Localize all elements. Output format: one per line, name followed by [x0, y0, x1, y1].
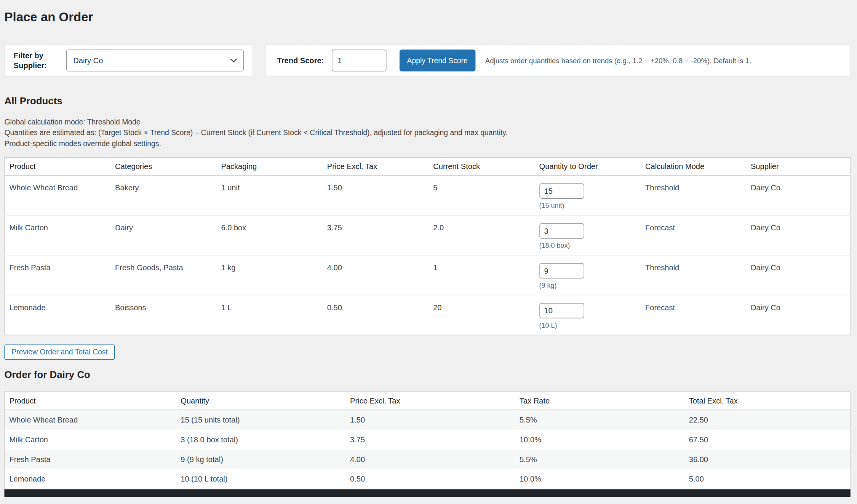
total-cell: 22.50 — [684, 410, 850, 430]
supplier-cell: Dairy Co — [746, 295, 850, 335]
calculation-mode-cell: Threshold — [641, 255, 746, 295]
quantity-note: (9 kg) — [539, 282, 636, 289]
global-mode-line: Global calculation mode: Threshold Mode — [4, 117, 850, 128]
toolbar-row: Filter by Supplier: Dairy Co Trend Score… — [4, 44, 850, 77]
column-header-product: Product — [5, 158, 110, 175]
column-header-quantity: Quantity to Order — [535, 158, 641, 175]
dark-footer-bar — [4, 489, 850, 497]
quantity-cell: 9 (9 kg total) — [176, 450, 346, 469]
total-cell: 67.50 — [684, 430, 850, 450]
packaging-cell: 1 unit — [217, 175, 323, 215]
total-cell: 36.00 — [684, 450, 850, 469]
quantity-note: (15 unit) — [539, 202, 636, 210]
table-row: Fresh Pasta 9 (9 kg total) 4.00 5.5% 36.… — [5, 450, 850, 469]
quantity-cell: (9 kg) — [535, 255, 641, 295]
column-header-product: Product — [5, 392, 176, 410]
trend-score-help-text: Adjusts order quantities based on trends… — [485, 56, 751, 65]
price-cell: 1.50 — [346, 410, 515, 430]
product-name-cell: Fresh Pasta — [5, 450, 176, 469]
categories-cell: Boissons — [111, 295, 217, 335]
products-table: Product Categories Packaging Price Excl.… — [4, 157, 850, 335]
quantity-input[interactable] — [539, 223, 584, 239]
page-title: Place an Order — [4, 9, 850, 24]
trend-score-input[interactable] — [331, 49, 386, 71]
column-header-price: Price Excl. Tax — [346, 392, 515, 410]
formula-line: Quantities are estimated as: (Target Sto… — [4, 128, 850, 139]
product-name-cell: Lemonade — [5, 295, 110, 335]
order-heading: Order for Dairy Co — [4, 368, 850, 381]
product-name-cell: Fresh Pasta — [5, 255, 110, 295]
quantity-cell: 10 (10 L total) — [176, 469, 346, 489]
apply-trend-score-button[interactable]: Apply Trend Score — [399, 49, 475, 71]
table-row: Whole Wheat Bread Bakery 1 unit 1.50 5 (… — [5, 175, 850, 215]
page-root: Place an Order Filter by Supplier: Dairy… — [0, 9, 857, 504]
trend-score-label: Trend Score: — [277, 56, 324, 65]
supplier-cell: Dairy Co — [746, 255, 850, 295]
supplier-cell: Dairy Co — [746, 175, 850, 215]
price-cell: 4.00 — [323, 255, 428, 295]
column-header-tax-rate: Tax Rate — [515, 392, 684, 410]
categories-cell: Dairy — [111, 215, 217, 255]
tax-rate-cell: 10.0% — [515, 430, 684, 450]
price-cell: 1.50 — [323, 175, 428, 215]
price-cell: 0.50 — [323, 295, 428, 335]
categories-cell: Fresh Goods, Pasta — [111, 255, 217, 295]
product-name-cell: Milk Carton — [5, 430, 176, 450]
supplier-filter-label: Filter by Supplier: — [14, 51, 59, 70]
quantity-input[interactable] — [539, 263, 584, 278]
quantity-input[interactable] — [539, 183, 584, 199]
quantity-cell: (18.0 box) — [535, 215, 641, 255]
order-table-header-row: Product Quantity Price Excl. Tax Tax Rat… — [5, 392, 850, 410]
column-header-supplier: Supplier — [746, 158, 850, 175]
current-stock-cell: 5 — [429, 175, 535, 215]
price-cell: 3.75 — [346, 430, 515, 450]
products-table-header-row: Product Categories Packaging Price Excl.… — [5, 158, 850, 175]
product-name-cell: Lemonade — [5, 469, 176, 489]
quantity-note: (10 L) — [539, 322, 636, 329]
all-products-heading: All Products — [4, 95, 850, 107]
column-header-packaging: Packaging — [217, 158, 323, 175]
tax-rate-cell: 5.5% — [515, 410, 684, 430]
calculation-mode-cell: Forecast — [641, 295, 746, 335]
preview-order-button[interactable]: Preview Order and Total Cost — [4, 345, 115, 360]
order-table: Product Quantity Price Excl. Tax Tax Rat… — [4, 391, 850, 489]
table-row: Whole Wheat Bread 15 (15 units total) 1.… — [5, 410, 850, 430]
categories-cell: Bakery — [111, 175, 217, 215]
price-cell: 0.50 — [346, 469, 515, 489]
quantity-note: (18.0 box) — [539, 242, 636, 249]
content-area: Place an Order Filter by Supplier: Dairy… — [4, 9, 850, 497]
packaging-cell: 1 kg — [217, 255, 323, 295]
price-cell: 3.75 — [323, 215, 428, 255]
column-header-price: Price Excl. Tax — [323, 158, 428, 175]
quantity-cell: (15 unit) — [535, 175, 641, 215]
calculation-mode-cell: Forecast — [641, 215, 746, 255]
column-header-quantity: Quantity — [176, 392, 346, 410]
table-row: Milk Carton 3 (18.0 box total) 3.75 10.0… — [5, 430, 850, 450]
supplier-select-wrap: Dairy Co — [66, 49, 244, 71]
override-line: Product-specific modes override global s… — [4, 139, 850, 150]
column-header-calculation-mode: Calculation Mode — [641, 158, 746, 175]
product-name-cell: Whole Wheat Bread — [5, 175, 110, 215]
quantity-cell: 15 (15 units total) — [176, 410, 346, 430]
table-row: Lemonade Boissons 1 L 0.50 20 (10 L) For… — [5, 295, 850, 335]
product-name-cell: Whole Wheat Bread — [5, 410, 176, 430]
product-name-cell: Milk Carton — [5, 215, 110, 255]
trend-score-panel: Trend Score: Apply Trend Score Adjusts o… — [265, 44, 850, 77]
supplier-filter-panel: Filter by Supplier: Dairy Co — [4, 44, 253, 77]
total-cell: 5.00 — [684, 469, 850, 489]
packaging-cell: 1 L — [217, 295, 323, 335]
tax-rate-cell: 10.0% — [515, 469, 684, 489]
current-stock-cell: 1 — [429, 255, 535, 295]
supplier-cell: Dairy Co — [746, 215, 850, 255]
quantity-cell: 3 (18.0 box total) — [176, 430, 346, 450]
quantity-cell: (10 L) — [535, 295, 641, 335]
quantity-input[interactable] — [539, 303, 584, 318]
column-header-current-stock: Current Stock — [429, 158, 535, 175]
table-row: Milk Carton Dairy 6.0 box 3.75 2.0 (18.0… — [5, 215, 850, 255]
calculation-description: Global calculation mode: Threshold Mode … — [4, 117, 850, 150]
packaging-cell: 6.0 box — [217, 215, 323, 255]
tax-rate-cell: 5.5% — [515, 450, 684, 469]
supplier-select[interactable]: Dairy Co — [66, 49, 244, 71]
column-header-categories: Categories — [111, 158, 217, 175]
calculation-mode-cell: Threshold — [641, 175, 746, 215]
